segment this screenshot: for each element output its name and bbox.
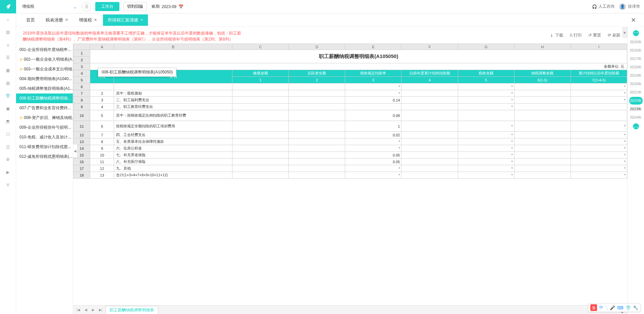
row-header[interactable]: 12	[73, 132, 90, 138]
year-button[interactable]: 2020年	[629, 80, 643, 88]
print-button[interactable]: ⎙打印	[570, 29, 582, 41]
data-cell[interactable]: *	[458, 172, 514, 179]
year-button[interactable]: 2023年	[629, 105, 643, 113]
nav-item[interactable]: ⊘008-资产折旧、摊销及纳税...	[16, 113, 73, 123]
item-label-cell[interactable]: 八、补充医疗保险	[114, 159, 232, 165]
nav-item[interactable]: 011-研发费用加计扣除优惠...	[16, 142, 73, 152]
data-cell[interactable]: *	[571, 145, 627, 152]
data-cell[interactable]	[401, 152, 458, 159]
data-cell[interactable]	[232, 159, 289, 165]
year-button[interactable]: 2019年	[629, 72, 643, 79]
data-cell[interactable]	[289, 172, 345, 179]
bag-icon[interactable]: ☰	[5, 54, 11, 61]
data-cell[interactable]	[289, 90, 345, 97]
shirt-icon[interactable]: 👕	[5, 92, 11, 99]
row-header[interactable]: 7	[73, 90, 90, 97]
data-cell[interactable]	[514, 132, 571, 138]
data-cell[interactable]: *	[458, 159, 514, 165]
year-up-icon[interactable]: ⌃⌃	[633, 30, 639, 36]
seq-cell[interactable]: 12	[90, 165, 114, 172]
data-cell[interactable]	[514, 165, 571, 172]
data-cell[interactable]	[345, 104, 401, 110]
item-label-cell[interactable]: 五、各类基本社会保障性缴款	[114, 138, 232, 145]
year-button[interactable]: 2021年	[629, 88, 643, 96]
nav-item[interactable]: 007-广告费和业务宣传费跨...	[16, 103, 73, 113]
list-icon[interactable]: ▤	[5, 29, 11, 36]
data-cell[interactable]	[289, 138, 345, 145]
data-cell[interactable]	[232, 110, 289, 121]
data-cell[interactable]: *	[458, 165, 514, 172]
col-header[interactable]: E	[345, 44, 401, 50]
data-cell[interactable]	[232, 138, 289, 145]
col-header[interactable]: A	[90, 44, 114, 50]
item-label-cell[interactable]: 合计(1+3+4+7+8+9+10+11+12)	[114, 172, 232, 179]
data-cell[interactable]	[514, 172, 571, 179]
row-header[interactable]: 10	[73, 110, 90, 121]
data-cell[interactable]	[401, 165, 458, 172]
year-button[interactable]: 2018年	[629, 63, 643, 71]
data-cell[interactable]: *	[458, 145, 514, 152]
inbox-icon[interactable]: ◫	[5, 143, 11, 150]
nav-item[interactable]: 001-企业所得税年度纳税申...	[16, 45, 73, 55]
tax-type-dropdown[interactable]: 增值税 ⌄	[19, 4, 80, 9]
video-icon[interactable]: ▶	[5, 169, 11, 176]
row-header[interactable]: 16	[73, 159, 90, 165]
data-cell[interactable]	[514, 138, 571, 145]
item-label-cell[interactable]: 四、工会经费支出	[114, 132, 232, 138]
clipboard-icon[interactable]: ▦	[5, 67, 11, 74]
data-cell[interactable]: *	[458, 83, 514, 90]
year-button[interactable]: 2015年	[629, 38, 643, 46]
data-cell[interactable]: *	[345, 145, 401, 152]
data-cell[interactable]: *	[458, 90, 514, 97]
data-cell[interactable]: 0.02	[345, 132, 401, 138]
data-cell[interactable]: *	[571, 97, 627, 104]
ime-lang[interactable]: 中	[599, 305, 603, 311]
col-header[interactable]: I	[571, 44, 627, 50]
ime-mic-icon[interactable]: 🎤	[610, 305, 615, 310]
data-cell[interactable]	[232, 90, 289, 97]
data-cell[interactable]	[514, 83, 571, 90]
nav-item[interactable]: 010-免税、减计收入及加计...	[16, 132, 73, 142]
gear-icon[interactable]: ⚙	[5, 156, 11, 163]
seq-cell[interactable]: 4	[90, 104, 114, 110]
col-header[interactable]: B	[114, 44, 232, 50]
col-header[interactable]: H	[514, 44, 571, 50]
doc-icon-button[interactable]: ☰	[82, 2, 91, 11]
data-cell[interactable]	[458, 110, 514, 121]
period-selector[interactable]: 账期 2023-09 📅	[152, 4, 183, 9]
refresh-button[interactable]: ⟳刷新	[608, 29, 621, 41]
row-header[interactable]: 3	[73, 63, 90, 70]
data-cell[interactable]: 0.08	[345, 110, 401, 121]
tax-icon[interactable]: ☕	[5, 118, 11, 125]
spreadsheet-grid[interactable]: ABCDEFGHI1职工薪酬纳税调整明细表(A105050)23金额单位: 元4…	[73, 44, 627, 305]
corner-cell[interactable]	[73, 44, 90, 50]
data-cell[interactable]	[401, 90, 458, 97]
data-cell[interactable]	[232, 104, 289, 110]
col-header[interactable]: C	[232, 44, 289, 50]
nav-item[interactable]: 004-期间费用明细表(A1040...	[16, 74, 73, 84]
data-cell[interactable]: *	[571, 132, 627, 138]
data-cell[interactable]	[514, 152, 571, 159]
data-cell[interactable]	[401, 138, 458, 145]
data-cell[interactable]	[232, 121, 289, 132]
row-header[interactable]: 5	[73, 77, 90, 83]
row-header[interactable]: 4	[73, 70, 90, 77]
data-cell[interactable]: *	[458, 104, 514, 110]
data-cell[interactable]	[401, 110, 458, 121]
item-label-cell[interactable]	[114, 83, 232, 90]
data-cell[interactable]: *	[571, 159, 627, 165]
col-header[interactable]: G	[458, 44, 514, 50]
year-down-icon[interactable]: ⌄⌄	[633, 123, 639, 129]
data-cell[interactable]	[232, 165, 289, 172]
chart-icon[interactable]: ⩍	[5, 42, 11, 48]
item-label-cell[interactable]: 按税收规定全额扣除的职工培训费用	[114, 121, 232, 132]
data-cell[interactable]	[514, 145, 571, 152]
data-cell[interactable]: *	[571, 83, 627, 90]
support-link[interactable]: 🎧 人工咨询	[592, 4, 614, 9]
seq-cell[interactable]: 9	[90, 145, 114, 152]
ime-punct-icon[interactable]: ՝,	[605, 305, 608, 310]
seq-cell[interactable]: 10	[90, 152, 114, 159]
data-cell[interactable]: *	[345, 172, 401, 179]
data-cell[interactable]	[514, 90, 571, 97]
data-cell[interactable]	[571, 110, 627, 121]
